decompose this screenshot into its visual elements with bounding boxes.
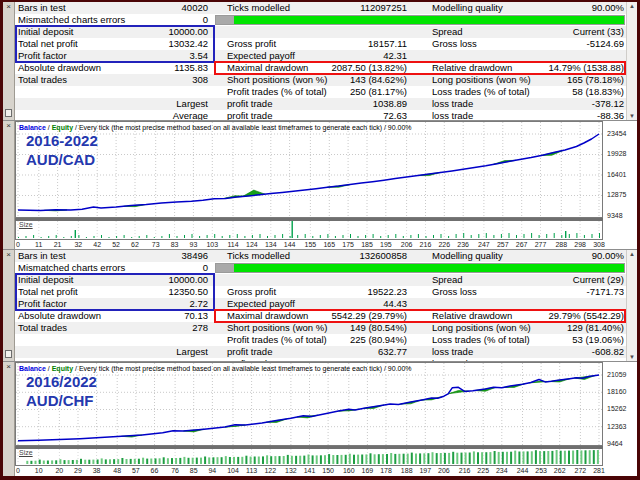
- table-cell-value: [531, 262, 626, 274]
- scroll-up-icon[interactable]: ▲: [629, 3, 635, 9]
- x-tick-label: 195: [380, 241, 392, 248]
- x-tick-label: 32: [74, 241, 82, 248]
- y-tick-label: 12363: [607, 423, 637, 430]
- x-tick-label: 11: [35, 241, 42, 248]
- x-tick-label: 132: [285, 467, 297, 474]
- table-cell-value: 90.00%: [531, 2, 626, 14]
- table-cell-value: [409, 346, 429, 358]
- table-cell-label: [15, 334, 155, 346]
- chart-period-symbol-label: 2016-2022AUD/CAD: [26, 131, 98, 169]
- table-cell-value: 38496: [155, 250, 210, 262]
- table-cell-label: Profit trades (% of total): [224, 334, 324, 346]
- table-cell-label: Mismatched charts errors: [15, 14, 155, 26]
- chart-area: Balance / Equity / Every tick (the most …: [15, 121, 637, 249]
- table-cell-label: [429, 50, 531, 62]
- table-row: Largestprofit trade1038.89loss trade-378…: [15, 98, 626, 110]
- table-cell-label: Bars in test: [15, 250, 155, 262]
- x-tick-label: 93: [190, 241, 198, 248]
- x-tick-label: 308: [593, 241, 605, 248]
- chart-symbol-label: AUD/CAD: [26, 150, 98, 169]
- table-cell-value: 0: [155, 262, 210, 274]
- table-cell-value: 143 (84.62%): [324, 74, 409, 86]
- scroll-down-icon[interactable]: ▼: [629, 113, 635, 119]
- table-cell-value: 13032.42: [155, 38, 210, 50]
- x-tick-label: 216: [420, 241, 432, 248]
- x-tick-label: 197: [419, 467, 431, 474]
- table-cell-value: 18157.11: [324, 38, 409, 50]
- table-cell-label: Mismatched charts errors: [15, 262, 155, 274]
- panel-close-icon[interactable]: ×: [6, 251, 11, 259]
- table-cell-value: 112097251: [324, 2, 409, 14]
- y-tick-label: 15262: [607, 405, 637, 412]
- lot-size-subplot: Size: [15, 449, 603, 466]
- table-row: Total trades308Short positions (won %)14…: [15, 74, 626, 86]
- table-row: Profit factor2.72Expected payoff44.43: [15, 298, 626, 310]
- table-cell-label: Modelling quality: [429, 250, 531, 262]
- y-tick-label: 18160: [607, 388, 637, 395]
- table-cell-value: [155, 334, 210, 346]
- size-subplot-label: Size: [19, 449, 33, 456]
- table-cell-label: Absolute drawdown: [15, 310, 155, 322]
- x-tick-label: 103: [206, 241, 218, 248]
- x-tick-label: 73: [152, 241, 160, 248]
- panel-close-icon[interactable]: ×: [6, 3, 11, 11]
- table-cell-label: [15, 110, 155, 120]
- panel-close-icon[interactable]: ×: [6, 363, 11, 371]
- table-row: Profit trades (% of total)225 (80.94%)Lo…: [15, 334, 626, 346]
- table-cell-value: [210, 310, 224, 322]
- table-row: Profit factor3.54Expected payoff42.31: [15, 50, 626, 62]
- table-cell-label: Gross loss: [429, 286, 531, 298]
- table-cell-value: [409, 14, 429, 26]
- table-cell-value: [210, 298, 224, 310]
- table-row: Bars in test40020Ticks modelled112097251…: [15, 2, 626, 14]
- table-cell-value: [409, 274, 429, 286]
- x-tick-label: 247: [478, 241, 490, 248]
- table-cell-value: [324, 262, 409, 274]
- table-cell-label: [15, 98, 155, 110]
- table-cell-value: [210, 250, 224, 262]
- x-tick-label: 21: [54, 241, 62, 248]
- table-scrollbar[interactable]: ▲▼: [626, 250, 637, 361]
- table-cell-label: Gross profit: [224, 38, 324, 50]
- report-stack: × Bars in test40020Ticks modelled1120972…: [3, 2, 637, 476]
- table-cell-value: [210, 262, 224, 274]
- scroll-down-icon[interactable]: ▼: [629, 354, 635, 360]
- x-tick-label: 144: [284, 241, 296, 248]
- table-cell-value: -5124.69: [531, 38, 626, 50]
- panel-close-icon[interactable]: ×: [6, 122, 11, 130]
- table-cell-value: [210, 274, 224, 286]
- table-cell-label: profit trade: [224, 110, 324, 120]
- table-cell-value: [409, 86, 429, 98]
- x-tick-label: 83: [171, 241, 179, 248]
- table-cell-label: [429, 298, 531, 310]
- table-cell-value: [210, 98, 224, 110]
- table-cell-value: [409, 98, 429, 110]
- x-tick-label: 185: [361, 241, 373, 248]
- x-tick-label: 141: [304, 467, 316, 474]
- x-tick-label: 42: [93, 241, 101, 248]
- table-cell-value: 132600858: [324, 250, 409, 262]
- table-cell-value: [324, 274, 409, 286]
- table-row: Largestprofit trade632.77loss trade-608.…: [15, 346, 626, 358]
- table-cell-label: Spread: [429, 274, 531, 286]
- size-subplot-label: Size: [19, 221, 33, 228]
- table-cell-value: 58 (18.83%): [531, 86, 626, 98]
- y-tick-label: 12875: [607, 191, 637, 198]
- x-tick-label: 281: [593, 467, 605, 474]
- table-cell-label: Gross profit: [224, 286, 324, 298]
- x-tick-label: 38: [93, 467, 101, 474]
- table-cell-label: [224, 14, 324, 26]
- table-cell-label: Spread: [429, 26, 531, 38]
- table-scrollbar[interactable]: ▲▼: [626, 2, 637, 120]
- table-row: Total trades278Short positions (won %)14…: [15, 322, 626, 334]
- x-tick-label: 122: [264, 467, 276, 474]
- size-bars-canvas: [16, 449, 602, 464]
- x-tick-label: 175: [342, 241, 354, 248]
- scroll-up-icon[interactable]: ▲: [629, 251, 635, 257]
- lot-size-subplot: Size: [15, 221, 603, 240]
- table-cell-label: profit trade: [224, 98, 324, 110]
- chart-symbol-label: AUD/CHF: [26, 391, 97, 410]
- x-tick-label: 0: [16, 467, 20, 474]
- table-row: Profit trades (% of total)250 (81.17%)Lo…: [15, 86, 626, 98]
- table-cell-value: 225 (80.94%): [324, 334, 409, 346]
